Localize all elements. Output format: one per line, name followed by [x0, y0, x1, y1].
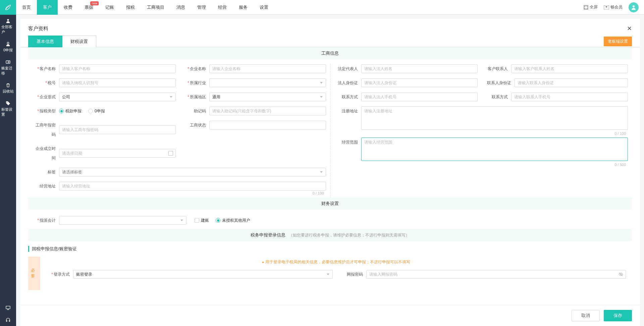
users-icon [5, 18, 11, 23]
section-tax-login: 税务申报登录信息 （如您要进行税务申报，请维护必要信息；不进行申报则无需填写） [28, 229, 632, 241]
mnemonic-input[interactable] [209, 107, 326, 115]
avatar[interactable] [629, 2, 639, 12]
section-fin-setting: 财务设置 [28, 198, 632, 210]
nav-settings[interactable]: 设置 [254, 0, 274, 15]
nav-items: 首页 客户 收费 票据new 记账 报税 工商项目 消息 管理 经营 服务 设置 [16, 0, 274, 14]
eye-off-icon[interactable] [619, 272, 623, 277]
tags-select[interactable] [59, 168, 326, 176]
modal-footer: 取消 保存 [20, 305, 640, 326]
customer-name-input[interactable] [59, 64, 176, 73]
sidebar-zero-declare[interactable]: 0申报 [0, 38, 16, 56]
company-name-input[interactable] [209, 64, 326, 73]
customer-contact-input[interactable] [511, 64, 628, 73]
reg-address-textarea[interactable] [361, 106, 628, 130]
user-icon [631, 4, 637, 10]
radio-tax-declare[interactable]: 税款申报 [59, 108, 82, 114]
svg-point-4 [7, 19, 9, 21]
tag-icon [5, 101, 11, 106]
nav-tax[interactable]: 报税 [120, 0, 141, 15]
nav-operate[interactable]: 经营 [212, 0, 233, 15]
fullscreen-icon [584, 5, 588, 10]
biz-scope-counter: 0 / 500 [614, 163, 626, 167]
create-account-checkbox[interactable]: 建账 [195, 218, 209, 223]
legal-phone-input[interactable] [361, 93, 478, 101]
modal-panel: 客户资料 ✕ 基本信息 财税设置 老板端设置 工商信息 *客户名称 [20, 19, 640, 326]
close-icon[interactable]: ✕ [627, 25, 632, 32]
zero-icon [5, 41, 11, 47]
section-biz-info: 工商信息 [28, 47, 632, 59]
svg-rect-8 [6, 306, 10, 309]
nav-right: 全屏 畅会员 [584, 2, 644, 12]
transfer-icon [5, 59, 11, 65]
monitor-icon [5, 305, 11, 311]
modal-title: 客户资料 [28, 25, 48, 32]
nav-manage[interactable]: 管理 [191, 0, 212, 15]
contact-phone-input[interactable] [511, 93, 628, 101]
member-icon [604, 5, 609, 9]
form-scroll[interactable]: 工商信息 *客户名称 *税号 [20, 47, 640, 305]
sidebar-transfer[interactable]: 账套迁移 [0, 56, 16, 79]
industry-select[interactable] [209, 78, 326, 87]
no-auth-radio[interactable]: 未授权其他用户 [216, 218, 250, 223]
modal-header: 客户资料 ✕ [20, 19, 640, 36]
sidebar-all-customers[interactable]: 全部客户 [0, 15, 16, 38]
login-method-select[interactable] [73, 270, 333, 279]
form-right-col: 法定代表人 法人身份证 联系方式 [330, 64, 632, 198]
national-tax-title: 国税申报信息/账密验证 [28, 246, 632, 252]
company-form-select[interactable] [59, 93, 176, 101]
biz-addr-counter: 0 / 100 [313, 191, 324, 195]
biz-scope-textarea[interactable] [361, 138, 628, 161]
nav-accounting[interactable]: 记账 [99, 0, 120, 15]
radio-zero-declare[interactable]: 0申报 [88, 108, 105, 114]
sidebar-recycle[interactable]: 回收站 [0, 79, 16, 97]
fullscreen-button[interactable]: 全屏 [584, 4, 598, 10]
sidebar: 全部客户 0申报 账套迁移 回收站 标签设置 [0, 15, 16, 326]
legal-id-input[interactable] [361, 78, 478, 87]
save-button[interactable]: 保存 [604, 310, 632, 321]
tab-tax-settings[interactable]: 财税设置 [62, 36, 96, 47]
boss-settings-button[interactable]: 老板端设置 [604, 37, 632, 46]
sidebar-support[interactable] [0, 314, 16, 326]
svg-marker-2 [605, 6, 607, 8]
nav-home[interactable]: 首页 [16, 0, 37, 15]
nav-service[interactable]: 服务 [233, 0, 254, 15]
headset-icon [5, 317, 11, 323]
contact-id-input[interactable] [515, 78, 628, 87]
region-select[interactable] [209, 93, 326, 101]
svg-rect-0 [584, 5, 588, 9]
assign-accountant-select[interactable] [59, 216, 186, 225]
necessary-box: 必要 用于登录电子税局的相关信息，必要信息维护后才可申报；不进行申报可以不填写 … [28, 257, 632, 290]
svg-point-3 [633, 5, 635, 7]
legal-rep-input[interactable] [361, 64, 478, 73]
tax-info-note: 用于登录电子税局的相关信息，必要信息维护后才可申报；不进行申报可以不填写 [46, 257, 626, 270]
nav-customer[interactable]: 客户 [37, 0, 58, 15]
annual-pwd-input[interactable] [59, 125, 176, 134]
establish-date-input[interactable] [59, 149, 176, 158]
tax-no-input[interactable] [59, 78, 176, 87]
trash-icon [5, 83, 11, 88]
tax-type-radios: 税款申报 0申报 [59, 106, 176, 116]
nav-message[interactable]: 消息 [170, 0, 191, 15]
sidebar-tags[interactable]: 标签设置 [0, 97, 16, 120]
tab-basic-info[interactable]: 基本信息 [28, 36, 62, 47]
svg-point-5 [7, 42, 9, 44]
nav-charge[interactable]: 收费 [58, 0, 78, 15]
member-button[interactable]: 畅会员 [604, 4, 623, 10]
tab-bar: 基本信息 财税设置 老板端设置 [20, 36, 640, 47]
cancel-button[interactable]: 取消 [572, 310, 600, 321]
leaf-icon [4, 4, 12, 11]
necessary-tag: 必要 [28, 257, 40, 290]
biz-address-input[interactable] [59, 182, 326, 191]
main-content: 客户资料 ✕ 基本信息 财税设置 老板端设置 工商信息 *客户名称 [16, 15, 644, 326]
top-nav: 首页 客户 收费 票据new 记账 报税 工商项目 消息 管理 经营 服务 设置… [0, 0, 644, 15]
new-badge: new [90, 1, 99, 5]
svg-point-7 [7, 102, 7, 103]
form-left-col: *客户名称 *税号 *企业形式 [28, 64, 330, 198]
logo[interactable] [0, 0, 16, 15]
nav-biz-project[interactable]: 工商项目 [141, 0, 170, 15]
web-pwd-input[interactable] [366, 270, 626, 279]
reg-addr-counter: 0 / 100 [614, 131, 626, 135]
sidebar-monitor[interactable] [0, 302, 16, 314]
biz-status-input[interactable] [209, 121, 326, 129]
nav-ticket[interactable]: 票据new [78, 0, 99, 15]
